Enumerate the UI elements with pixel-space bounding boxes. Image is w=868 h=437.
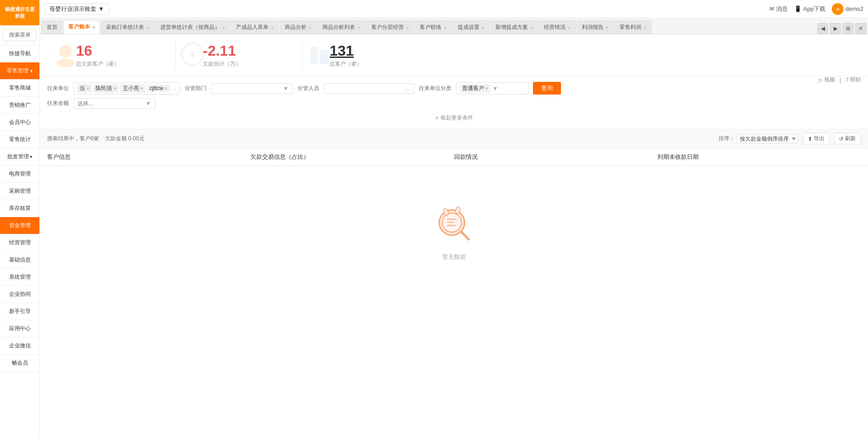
video-link[interactable]: ▷ 视频 [819, 76, 835, 84]
sidebar-item-purchase[interactable]: 采购管理 [0, 183, 39, 200]
expand-icon[interactable]: ... [405, 85, 410, 92]
tab-home[interactable]: 首页 [42, 20, 62, 34]
unit-tag-chen[interactable]: 陈民强 × [93, 84, 118, 93]
sidebar-item-basic[interactable]: 基础信息 [0, 252, 39, 269]
sidebar-item-system-label: 系统管理 [9, 274, 31, 280]
remove-icon[interactable]: × [113, 86, 116, 91]
tab-customer-contact[interactable]: 客户联络 × [415, 20, 451, 34]
sidebar-item-membership[interactable]: 会员中心 [0, 114, 39, 131]
app-download-btn[interactable]: 📱 App下载 [794, 5, 825, 13]
tab-purchase-stats[interactable]: 采购订单统计表 × [101, 20, 154, 34]
sidebar-item-member[interactable]: 畅会员 [0, 355, 39, 372]
close-icon[interactable]: × [444, 25, 446, 30]
person-input[interactable] [328, 85, 405, 91]
classification-input-group[interactable]: 普通客户 × ▼ [456, 82, 528, 95]
refresh-button[interactable]: ↺ 刷新 [834, 133, 861, 144]
sort-select[interactable]: 按欠款金额倒序排序 [737, 134, 798, 143]
sidebar-item-ecommerce-label: 电商管理 [9, 171, 31, 177]
sidebar-item-retail-stats[interactable]: 零售统计 [0, 131, 39, 148]
tab-close-all-btn[interactable]: ✕ [855, 23, 866, 34]
svg-rect-5 [320, 50, 329, 64]
tab-operation[interactable]: 经营情况 × [539, 20, 575, 34]
chevron-down-icon[interactable]: ▼ [145, 100, 151, 107]
divider: | [839, 77, 841, 83]
collapse-btn[interactable]: ∧ 收起更多条件 [47, 112, 861, 124]
dept-input[interactable] [215, 85, 283, 91]
sidebar-item-enterprise[interactable]: 企业协同 [0, 286, 39, 303]
sidebar-item-retail-mall[interactable]: 零售商城 [0, 80, 39, 97]
tab-inbound-stats[interactable]: 进货单统计表（按商品） × [155, 20, 230, 34]
sidebar-item-newbie[interactable]: 新手引导 [0, 303, 39, 320]
sidebar-item-operation[interactable]: 经营管理 [0, 234, 39, 252]
tab-product-inbound[interactable]: 产成品入库单 × [231, 20, 278, 34]
sidebar-item-retail[interactable]: 零售管理 ▾ [0, 62, 39, 80]
close-icon[interactable]: × [482, 25, 484, 30]
sidebar-item-quick-nav[interactable]: 快捷导航 [0, 45, 39, 62]
message-label: 消息 [776, 5, 788, 13]
sidebar-item-enterprise-label: 企业协同 [9, 291, 31, 297]
person-input-group[interactable]: ... [324, 83, 414, 94]
content: ▷ 视频 | ? 帮助 [40, 34, 868, 437]
sidebar-item-wechat[interactable]: 企业微信 [0, 337, 39, 355]
tab-prev-btn[interactable]: ◀ [817, 23, 828, 34]
help-link-btn[interactable]: ? 帮助 [845, 76, 861, 84]
tab-retail-profit[interactable]: 零售利润 × [614, 20, 651, 34]
close-icon[interactable]: × [530, 25, 533, 30]
sidebar-item-marketing[interactable]: 营销推广 [0, 97, 39, 114]
tab-goods-analysis[interactable]: 商品分析 × [280, 20, 317, 34]
chevron-down-icon: ▾ [30, 68, 33, 73]
sidebar-item-wholesale[interactable]: 批发管理 ▾ [0, 148, 39, 166]
sidebar-item-system[interactable]: 系统管理 [0, 269, 39, 286]
remove-icon[interactable]: × [86, 86, 89, 91]
close-icon[interactable]: × [309, 25, 312, 30]
close-icon[interactable]: × [568, 25, 571, 30]
tab-commission-settings[interactable]: 提成设置 × [453, 20, 489, 34]
unit-tag-group[interactable]: 伍 × 陈民强 × 王小亮 × cjttcw × [73, 82, 180, 95]
sidebar-item-ecommerce[interactable]: 电商管理 [0, 166, 39, 183]
tab-profit-report[interactable]: 利润报告 × [577, 20, 614, 34]
dept-input-group[interactable]: ▼ [211, 83, 293, 94]
tab-customer-ledger[interactable]: 客户账本 × [63, 20, 100, 34]
close-icon[interactable]: × [357, 25, 360, 30]
remove-icon[interactable]: × [140, 86, 143, 91]
sidebar-item-app-center[interactable]: 应用中心 [0, 320, 39, 337]
close-icon[interactable]: × [146, 25, 149, 30]
close-icon[interactable]: × [406, 25, 409, 30]
search-menu-button[interactable]: 搜索菜单 [3, 29, 37, 41]
more-tags-indicator[interactable]: ... [172, 85, 176, 91]
tab-new-commission[interactable]: 新增提成方案 × [490, 20, 538, 34]
close-icon[interactable]: × [92, 24, 95, 30]
stat-total-debt: ¥ -2.11 欠款合计（万） [176, 39, 302, 71]
unit-tag-wang[interactable]: 王小亮 × [120, 84, 145, 93]
balance-input[interactable] [77, 100, 145, 107]
search-menu-btn[interactable]: 搜索菜单 [0, 25, 39, 45]
close-icon[interactable]: × [606, 25, 609, 30]
close-icon[interactable]: × [222, 25, 225, 30]
topbar: 母婴行业演示账套 ▼ ✉ 消息 📱 App下载 d demo2 [40, 0, 868, 18]
sidebar-item-retail-label: 零售管理 [7, 67, 29, 74]
tab-customer-tier[interactable]: 客户分层经营 × [366, 20, 414, 34]
no-data-illustration [432, 202, 477, 247]
query-button[interactable]: 查询 [533, 82, 561, 95]
chevron-down-icon[interactable]: ▼ [492, 85, 498, 92]
account-selector[interactable]: 母婴行业演示账套 ▼ [44, 3, 109, 15]
unit-tag-cjttcw[interactable]: cjttcw × [147, 85, 169, 92]
close-icon[interactable]: × [643, 25, 646, 30]
balance-select-group[interactable]: ▼ [73, 98, 155, 109]
remove-icon[interactable]: × [485, 86, 488, 91]
sidebar-item-inventory[interactable]: 库存核算 [0, 200, 39, 217]
message-btn[interactable]: ✉ 消息 [769, 5, 788, 13]
close-icon[interactable]: × [271, 25, 273, 30]
tab-next-btn[interactable]: ▶ [830, 23, 841, 34]
tab-goods-analysis-list[interactable]: 商品分析列表 × [317, 20, 365, 34]
export-button[interactable]: ⬆ 导出 [803, 133, 830, 144]
unit-tag-wu[interactable]: 伍 × [77, 84, 91, 93]
sidebar-item-finance[interactable]: 资金管理 [0, 217, 39, 234]
tab-product-inbound-label: 产成品入库单 [236, 24, 269, 31]
svg-rect-11 [325, 52, 327, 55]
remove-icon[interactable]: × [164, 86, 167, 91]
user-menu[interactable]: d demo2 [832, 3, 863, 15]
tab-expand-btn[interactable]: ⊞ [843, 23, 854, 34]
expand-icon[interactable]: ▼ [283, 85, 289, 92]
classification-tag[interactable]: 普通客户 × [460, 84, 490, 93]
